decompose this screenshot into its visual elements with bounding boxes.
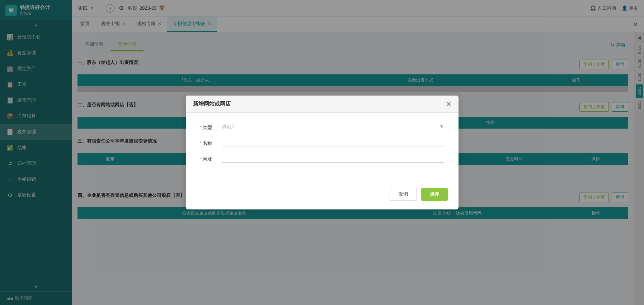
required-marker: * <box>200 125 202 130</box>
dialog-close-button[interactable]: ✕ <box>446 101 451 107</box>
name-label: *名称 <box>200 140 222 147</box>
type-input[interactable] <box>222 124 439 129</box>
form-row-name: *名称 <box>200 140 444 147</box>
name-input[interactable] <box>222 140 444 145</box>
cancel-button[interactable]: 取消 <box>390 188 417 201</box>
type-control-wrapper: ▼ <box>222 124 444 131</box>
required-marker2: * <box>200 140 202 146</box>
url-input[interactable] <box>222 156 444 161</box>
dialog-title: 新增网站或网店 <box>193 101 231 107</box>
url-control-wrapper <box>222 156 444 163</box>
required-marker3: * <box>200 156 202 162</box>
url-label: *网址 <box>200 156 222 162</box>
form-row-type: *类型 ▼ <box>200 124 444 131</box>
dialog-footer: 取消 保存 <box>186 182 459 209</box>
form-row-url: *网址 <box>200 156 444 163</box>
add-website-dialog: 新增网站或网店 ✕ *类型 ▼ *名称 <box>186 96 459 209</box>
dialog-body: *类型 ▼ *名称 *网址 <box>186 113 459 182</box>
type-label: *类型 <box>200 124 222 131</box>
type-dropdown-icon[interactable]: ▼ <box>439 124 444 129</box>
modal-overlay: 新增网站或网店 ✕ *类型 ▼ *名称 <box>0 0 644 305</box>
save-button[interactable]: 保存 <box>421 188 448 201</box>
name-control-wrapper <box>222 140 444 147</box>
dialog-header: 新增网站或网店 ✕ <box>186 96 459 113</box>
